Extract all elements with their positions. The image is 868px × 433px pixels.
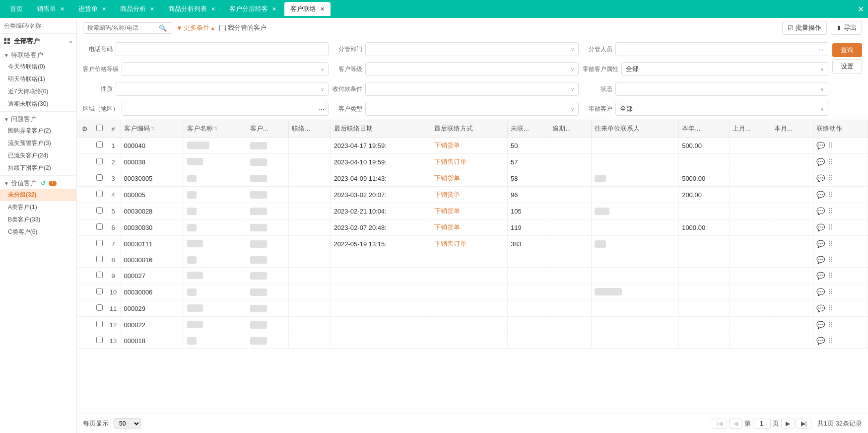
row-gear-icon[interactable]: [77, 252, 93, 268]
tab-product-list[interactable]: 商品分析列表 ✕: [162, 2, 221, 16]
chat-icon[interactable]: 💬: [816, 337, 825, 345]
sidebar-item-abnormal[interactable]: 囤购异常客户(2): [0, 125, 76, 137]
more-icon[interactable]: ⠿: [828, 272, 833, 280]
sidebar-item-7days[interactable]: 近7天待联络(0): [0, 85, 76, 98]
row-checkbox-cell[interactable]: [93, 170, 106, 187]
next-page-button[interactable]: ▶: [781, 419, 795, 429]
tab-home[interactable]: 首页: [4, 2, 29, 16]
chat-icon[interactable]: 💬: [816, 321, 825, 329]
price-grade-select[interactable]: ∨: [122, 62, 329, 76]
tab-purchase[interactable]: 进货单 ✕: [72, 2, 112, 16]
sidebar-item-today[interactable]: 今天待联络(0): [0, 61, 76, 73]
all-customers-header[interactable]: 全部客户 «: [0, 34, 76, 49]
row-gear-icon[interactable]: [77, 138, 93, 154]
query-button[interactable]: 查询: [832, 43, 862, 57]
row-gear-icon[interactable]: [77, 187, 93, 203]
sidebar-item-lost[interactable]: 已流失客户(24): [0, 149, 76, 162]
more-icon[interactable]: ⠿: [828, 207, 833, 215]
search-icon[interactable]: 🔍: [159, 24, 167, 32]
chat-icon[interactable]: 💬: [816, 142, 825, 149]
row-checkbox-cell[interactable]: [93, 203, 106, 219]
close-purchase-icon[interactable]: ✕: [102, 6, 106, 12]
row-gear-icon[interactable]: [77, 203, 93, 219]
more-icon[interactable]: ⠿: [828, 142, 833, 149]
more-icon[interactable]: ⠿: [828, 174, 833, 182]
customer-grade-select[interactable]: ∨: [365, 62, 578, 76]
row-gear-icon[interactable]: [77, 284, 93, 300]
row-checkbox-cell[interactable]: [93, 252, 106, 268]
more-icon[interactable]: ⠿: [828, 256, 833, 264]
batch-operation-button[interactable]: ☑ 批量操作: [782, 21, 827, 35]
customer-type-select[interactable]: ∨: [365, 102, 578, 116]
close-product-analysis-icon[interactable]: ✕: [150, 6, 154, 12]
this-month-header[interactable]: 本月...: [771, 120, 813, 138]
row-checkbox-cell[interactable]: [93, 333, 106, 349]
more-icon[interactable]: ⠿: [828, 158, 833, 166]
search-input[interactable]: [87, 24, 157, 31]
more-icon[interactable]: ⠿: [828, 223, 833, 231]
partner-contact-header[interactable]: 往来单位联系人: [591, 120, 678, 138]
sidebar-collapse-button[interactable]: «: [69, 38, 72, 45]
value-refresh-icon[interactable]: ↺: [41, 180, 46, 187]
row-select-checkbox[interactable]: [96, 272, 103, 278]
sidebar-item-warning[interactable]: 流失预警客户(3): [0, 137, 76, 149]
sidebar-search-input[interactable]: [4, 22, 77, 29]
row-checkbox-cell[interactable]: [93, 154, 106, 170]
last-contact-date-header[interactable]: 最后联络日期: [331, 120, 431, 138]
prev-page-button[interactable]: ◀: [729, 419, 742, 429]
chat-icon[interactable]: 💬: [816, 288, 825, 296]
customer-code-header[interactable]: 客户编码⇅: [121, 120, 184, 138]
my-customers-checkbox[interactable]: 我分管的客户: [219, 23, 267, 32]
sidebar-item-b-class[interactable]: B类客户(33): [0, 214, 76, 226]
row-checkbox-cell[interactable]: [93, 138, 106, 154]
reset-button[interactable]: 设置: [832, 59, 862, 74]
more-icon[interactable]: ⠿: [828, 321, 833, 329]
chat-icon[interactable]: 💬: [816, 191, 825, 199]
last-contact-method-header[interactable]: 最后联络方式: [431, 120, 507, 138]
last-page-button[interactable]: ▶|: [797, 419, 811, 429]
overdue-header[interactable]: 逾期...: [549, 120, 591, 138]
row-select-checkbox[interactable]: [96, 288, 103, 294]
chat-icon[interactable]: 💬: [816, 272, 825, 280]
row-checkbox-cell[interactable]: [93, 284, 106, 300]
row-gear-icon[interactable]: [77, 219, 93, 236]
uncontacted-header[interactable]: 未联...: [507, 120, 549, 138]
last-month-header[interactable]: 上月...: [729, 120, 771, 138]
customer-name-header[interactable]: 客户名称⇅: [184, 120, 247, 138]
row-checkbox-cell[interactable]: [93, 219, 106, 236]
page-size-select[interactable]: 50 10 20 100: [114, 418, 141, 429]
phone-input[interactable]: [116, 42, 329, 56]
region-input[interactable]: ···: [122, 102, 329, 116]
person-input[interactable]: ···: [615, 42, 828, 56]
row-select-checkbox[interactable]: [96, 223, 103, 230]
row-select-checkbox[interactable]: [96, 207, 103, 214]
row-gear-icon[interactable]: [77, 154, 93, 170]
nature-select[interactable]: ∨: [116, 82, 329, 96]
sidebar-item-declining[interactable]: 持续下滑客户(2): [0, 162, 76, 174]
more-icon[interactable]: ⠿: [828, 191, 833, 199]
row-checkbox-cell[interactable]: [93, 187, 106, 203]
this-year-header[interactable]: 本年...: [679, 120, 730, 138]
more-icon[interactable]: ⠿: [828, 304, 833, 312]
more-icon[interactable]: ⠿: [828, 337, 833, 345]
chat-icon[interactable]: 💬: [816, 207, 825, 215]
current-page-input[interactable]: [753, 419, 771, 429]
row-gear-icon[interactable]: [77, 268, 93, 284]
tab-product-analysis[interactable]: 商品分析 ✕: [114, 2, 160, 16]
row-select-checkbox[interactable]: [96, 142, 103, 148]
more-icon[interactable]: ⠿: [828, 288, 833, 296]
sidebar-item-overdue[interactable]: 逾期未联络(30): [0, 98, 76, 110]
close-sales-icon[interactable]: ✕: [60, 6, 65, 12]
row-gear-icon[interactable]: [77, 333, 93, 349]
row-select-checkbox[interactable]: [96, 158, 103, 164]
status-select[interactable]: ∨: [615, 82, 828, 96]
row-gear-icon[interactable]: [77, 236, 93, 252]
close-customer-contact-icon[interactable]: ✕: [320, 6, 325, 12]
row-gear-icon[interactable]: [77, 300, 93, 317]
settings-column-header[interactable]: ⚙: [77, 120, 93, 138]
row-checkbox-cell[interactable]: [93, 268, 106, 284]
more-conditions-button[interactable]: ▼ 更多条件 ▲: [176, 23, 215, 32]
tab-sales[interactable]: 销售单 ✕: [31, 2, 70, 16]
chat-icon[interactable]: 💬: [816, 256, 825, 264]
chat-icon[interactable]: 💬: [816, 158, 825, 166]
